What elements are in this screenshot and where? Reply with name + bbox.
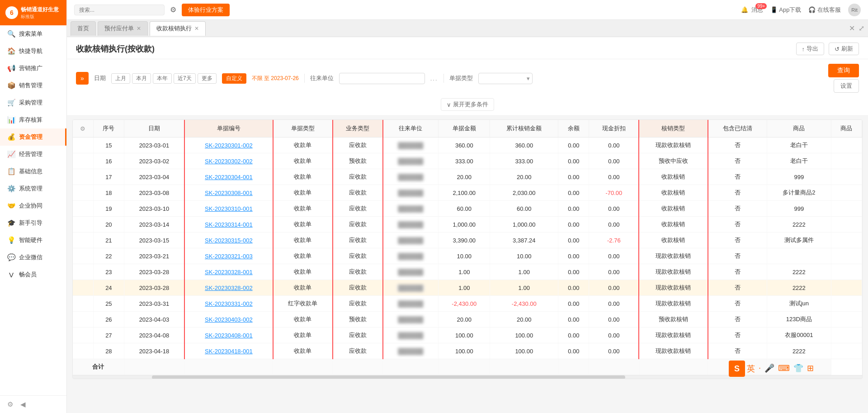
- page-header: 收款核销执行(按收款) ↑ 导出 ↺ 刷新: [67, 37, 868, 59]
- tab-label-payable: 预付应付单: [104, 24, 134, 33]
- filter-divider-2: [443, 74, 444, 83]
- voucher-no-link[interactable]: SK-20230403-002: [205, 316, 253, 323]
- voucher-type-select-wrapper: ▾: [478, 73, 533, 84]
- table-row: 162023-03-02SK-20230302-002收款单预收款██████3…: [73, 153, 862, 169]
- topbar-gear-icon[interactable]: ⚙: [170, 5, 176, 14]
- cell-4-14: [831, 201, 862, 217]
- filter-more-dots[interactable]: ...: [430, 75, 438, 82]
- cell-6-6: ██████: [383, 233, 439, 248]
- sidebar-item-search[interactable]: 🔍搜索菜单: [0, 25, 66, 43]
- sidebar-menu: 🔍搜索菜单🏠快捷导航📢营销推广📦销售管理🛒采购管理📊库存核算💰资金管理📈经营管理…: [0, 25, 66, 395]
- cell-11-12: 否: [708, 312, 767, 328]
- table-settings-icon[interactable]: ⚙: [80, 125, 85, 132]
- sidebar-item-collab[interactable]: 🤝企业协同: [0, 197, 66, 214]
- sidebar-item-quick-nav[interactable]: 🏠快捷导航: [0, 43, 66, 60]
- cell-8-11: 现款收款核销: [639, 264, 708, 280]
- cell-5-6: ██████: [383, 217, 439, 233]
- cell-5-1: 20: [93, 217, 124, 233]
- voucher-no-link[interactable]: SK-20230302-002: [205, 158, 253, 165]
- expand-more-btn[interactable]: ∨ 展开更多条件: [441, 98, 494, 111]
- expand-window-icon[interactable]: ⤢: [859, 24, 864, 33]
- settings-bottom-icon[interactable]: ⚙: [7, 400, 13, 408]
- cell-2-1: 17: [93, 169, 124, 185]
- sidebar-item-system[interactable]: ⚙️系统管理: [0, 180, 66, 197]
- cell-8-10: 0.00: [589, 264, 639, 280]
- close-window-icon[interactable]: ✕: [849, 24, 855, 33]
- cell-6-1: 21: [93, 233, 124, 248]
- table-row: 212023-03-15SK-20230315-002收款单应收款██████3…: [73, 233, 862, 248]
- cell-0-12: 否: [708, 138, 767, 153]
- mobile-icon: 📱: [770, 6, 778, 13]
- filter-toggle[interactable]: »: [76, 72, 89, 85]
- collapse-icon[interactable]: ◀: [20, 400, 26, 408]
- cell-4-9: 0.00: [558, 201, 589, 217]
- voucher-no-link[interactable]: SK-20230301-002: [205, 142, 253, 149]
- partner-input[interactable]: [339, 73, 425, 84]
- user-avatar[interactable]: Rit: [848, 4, 861, 16]
- cell-5-13: 2222: [767, 217, 831, 233]
- date-quick-btn-更多[interactable]: 更多: [198, 73, 217, 84]
- voucher-no-link[interactable]: SK-20230408-001: [205, 332, 253, 339]
- col-header-num: 序号: [93, 120, 124, 138]
- voucher-no-link[interactable]: SK-20230315-002: [205, 237, 253, 244]
- sidebar-item-wechat[interactable]: 💬企业微信: [0, 249, 66, 266]
- sidebar-item-operations[interactable]: 📈经营管理: [0, 146, 66, 163]
- cell-2-11: 收款核销: [639, 169, 708, 185]
- export-button[interactable]: ↑ 导出: [796, 43, 825, 55]
- sidebar-item-sales[interactable]: 📦销售管理: [0, 77, 66, 94]
- date-quick-btn-近7天[interactable]: 近7天: [174, 73, 196, 84]
- refresh-button[interactable]: ↺ 刷新: [829, 43, 859, 55]
- notification-badge[interactable]: 🔔 99+ 消息: [741, 6, 763, 14]
- cell-3-6: ██████: [383, 185, 439, 201]
- voucher-no-link[interactable]: SK-20230304-001: [205, 174, 253, 180]
- app-logo: 6 畅销通道好生意 标推版: [0, 0, 66, 25]
- sidebar-item-inventory[interactable]: 📊库存核算: [0, 111, 66, 128]
- sidebar-item-marketing[interactable]: 📢营销推广: [0, 60, 66, 77]
- cell-2-6: ██████: [383, 169, 439, 185]
- solution-button[interactable]: 体验行业方案: [182, 4, 230, 16]
- horizontal-scrollbar[interactable]: [73, 375, 862, 379]
- sidebar-item-hardware[interactable]: 💡智能硬件: [0, 232, 66, 249]
- voucher-no-link[interactable]: SK-20230328-002: [205, 285, 253, 291]
- footer-cell-13: [708, 359, 767, 375]
- tab-close-payable[interactable]: ✕: [137, 25, 141, 32]
- voucher-no-link[interactable]: SK-20230310-001: [205, 205, 253, 212]
- sidebar-item-guide[interactable]: 🎓新手引导: [0, 214, 66, 232]
- setting-button[interactable]: 设置: [834, 79, 859, 93]
- sidebar-item-finance[interactable]: 💰资金管理: [0, 128, 66, 146]
- online-service-link[interactable]: 🎧 在线客服: [808, 6, 841, 14]
- cell-5-2: 2023-03-14: [124, 217, 184, 233]
- voucher-no-link[interactable]: SK-20230314-001: [205, 221, 253, 228]
- tab-close-collection[interactable]: ✕: [194, 25, 199, 32]
- sidebar-item-basic[interactable]: 📋基础信息: [0, 163, 66, 180]
- topbar-search-input[interactable]: [74, 5, 165, 15]
- tab-collection[interactable]: 收款核销执行✕: [150, 21, 206, 36]
- tab-payable[interactable]: 预付应付单✕: [98, 21, 148, 36]
- date-quick-btn-本月[interactable]: 本月: [132, 73, 151, 84]
- cell-7-4: 收款单: [273, 248, 333, 264]
- voucher-no-link[interactable]: SK-20230321-003: [205, 253, 253, 260]
- scrollbar-thumb[interactable]: [152, 375, 626, 379]
- voucher-no-link[interactable]: SK-20230308-001: [205, 190, 253, 196]
- voucher-no-link[interactable]: SK-20230418-001: [205, 348, 253, 355]
- sidebar-item-purchase[interactable]: 🛒采购管理: [0, 94, 66, 111]
- query-button[interactable]: 查询: [828, 64, 859, 77]
- cell-0-14: [831, 138, 862, 153]
- cell-11-13: 123D商品: [767, 312, 831, 328]
- voucher-type-select[interactable]: [478, 73, 533, 84]
- partner-name-blurred: ██████: [397, 332, 424, 339]
- voucher-no-link[interactable]: SK-20230331-002: [205, 300, 253, 307]
- col-header-biz_type: 业务类型: [333, 120, 383, 138]
- app-download-link[interactable]: 📱 App下载: [770, 6, 801, 14]
- voucher-no-link[interactable]: SK-20230328-001: [205, 269, 253, 275]
- col-header-include_cleared: 包含已结清: [708, 120, 767, 138]
- sidebar-item-member[interactable]: V畅会员: [0, 266, 66, 283]
- cell-2-14: [831, 169, 862, 185]
- partner-name-blurred: ██████: [397, 221, 424, 228]
- date-quick-btn-上月[interactable]: 上月: [111, 73, 130, 84]
- cell-3-2: 2023-03-08: [124, 185, 184, 201]
- cell-5-7: 1,000.00: [439, 217, 490, 233]
- date-quick-btn-本年[interactable]: 本年: [153, 73, 172, 84]
- tab-home[interactable]: 首页: [71, 21, 96, 36]
- custom-date-btn[interactable]: 自定义: [222, 73, 246, 84]
